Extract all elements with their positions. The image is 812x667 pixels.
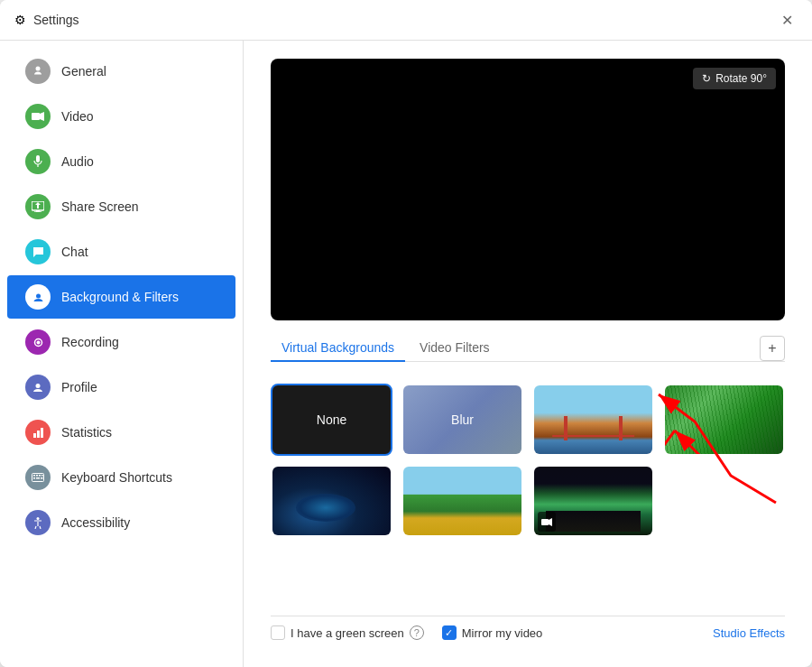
svg-rect-18: [36, 475, 38, 477]
svg-point-24: [37, 517, 40, 520]
video-icon: [25, 104, 51, 129]
recording-icon: [25, 329, 51, 355]
background-beach-inner: [403, 467, 521, 535]
svg-rect-19: [39, 475, 41, 477]
main-content-area: General Video Audio Share Screen: [0, 41, 812, 667]
background-blur-inner: Blur: [403, 385, 521, 454]
svg-rect-1: [32, 113, 40, 120]
sidebar-item-chat[interactable]: Chat: [7, 230, 235, 273]
audio-icon: [25, 149, 51, 174]
background-grass-inner: [665, 385, 783, 454]
footer: I have a green screen ? ✓ Mirror my vide…: [271, 616, 785, 649]
svg-marker-8: [35, 202, 41, 208]
svg-rect-20: [42, 475, 43, 477]
sidebar-item-accessibility[interactable]: Accessibility: [7, 501, 235, 544]
tabs-bar: Virtual Backgrounds Video Filters +: [271, 335, 785, 362]
svg-point-11: [36, 340, 40, 344]
green-screen-label: I have a green screen: [291, 626, 404, 640]
backgrounds-grid: None Blur: [271, 384, 785, 537]
sidebar-item-audio[interactable]: Audio: [7, 140, 235, 183]
sidebar-audio-label: Audio: [61, 154, 94, 169]
mirror-video-option: ✓ Mirror my video: [442, 625, 543, 640]
svg-rect-13: [33, 433, 36, 438]
background-icon: [25, 284, 51, 310]
add-background-button[interactable]: +: [760, 336, 785, 361]
sidebar: General Video Audio Share Screen: [0, 41, 244, 667]
studio-effects-link[interactable]: Studio Effects: [713, 626, 785, 640]
svg-rect-14: [37, 431, 40, 438]
rotate-icon: ↻: [702, 72, 711, 85]
sidebar-item-keyboard[interactable]: Keyboard Shortcuts: [7, 456, 235, 499]
sidebar-item-general[interactable]: General: [7, 50, 235, 93]
background-blur-label: Blur: [451, 412, 474, 427]
svg-point-12: [36, 384, 41, 388]
green-screen-help-icon[interactable]: ?: [410, 625, 424, 640]
title-bar-left: ⚙ Settings: [14, 13, 79, 27]
svg-rect-23: [41, 477, 43, 479]
svg-rect-15: [41, 428, 43, 438]
video-badge: [538, 512, 556, 532]
sidebar-share-label: Share Screen: [61, 199, 139, 214]
background-bridge[interactable]: [532, 384, 654, 456]
sidebar-item-share-screen[interactable]: Share Screen: [7, 185, 235, 228]
sidebar-video-label: Video: [61, 109, 94, 124]
svg-rect-17: [33, 475, 35, 477]
video-preview: ↻ Rotate 90°: [271, 59, 785, 320]
background-blur[interactable]: Blur: [401, 384, 523, 456]
sidebar-item-statistics[interactable]: Statistics: [7, 411, 235, 454]
profile-icon: [25, 375, 51, 400]
background-space-inner: [272, 467, 391, 535]
background-grass[interactable]: [663, 384, 785, 456]
backgrounds-section: None Blur: [271, 376, 785, 537]
green-screen-checkbox[interactable]: [271, 625, 285, 640]
general-icon: [25, 59, 51, 84]
sidebar-item-video[interactable]: Video: [7, 95, 235, 138]
sidebar-item-background[interactable]: Background & Filters: [7, 275, 235, 319]
sidebar-chat-label: Chat: [61, 245, 88, 259]
main-panel: ↻ Rotate 90° Virtual Backgrounds Video F…: [244, 41, 812, 667]
svg-rect-21: [33, 477, 35, 479]
svg-point-0: [36, 67, 41, 71]
title-bar: ⚙ Settings ✕: [0, 0, 812, 41]
sidebar-background-label: Background & Filters: [61, 290, 179, 304]
sidebar-general-label: General: [61, 64, 106, 79]
tabs-left: Virtual Backgrounds Video Filters: [271, 335, 501, 361]
accessibility-icon: [25, 510, 51, 535]
green-screen-option: I have a green screen ?: [271, 625, 424, 640]
share-screen-icon: [25, 194, 51, 219]
svg-rect-22: [36, 477, 40, 479]
background-bridge-inner: [534, 385, 652, 454]
background-aurora[interactable]: [532, 465, 654, 537]
rotate-button[interactable]: ↻ Rotate 90°: [693, 68, 776, 89]
svg-marker-2: [40, 112, 44, 121]
sidebar-accessibility-label: Accessibility: [61, 515, 130, 530]
rotate-label: Rotate 90°: [715, 72, 767, 85]
tab-virtual-backgrounds[interactable]: Virtual Backgrounds: [271, 335, 405, 362]
background-none-label: None: [272, 385, 391, 454]
svg-point-9: [36, 293, 41, 298]
background-none[interactable]: None: [271, 384, 392, 456]
window-title: Settings: [33, 13, 79, 27]
svg-rect-28: [541, 519, 549, 525]
sidebar-recording-label: Recording: [61, 335, 119, 349]
keyboard-icon: [25, 465, 51, 490]
svg-marker-29: [549, 518, 552, 526]
mirror-video-label: Mirror my video: [462, 626, 543, 640]
sidebar-item-profile[interactable]: Profile: [7, 366, 235, 409]
sidebar-keyboard-label: Keyboard Shortcuts: [61, 470, 172, 485]
svg-rect-3: [36, 155, 40, 162]
sidebar-statistics-label: Statistics: [61, 425, 112, 440]
chat-icon: [25, 239, 51, 264]
settings-window: ⚙ Settings ✕ General Video: [0, 0, 812, 667]
background-beach[interactable]: [401, 465, 523, 537]
background-space[interactable]: [271, 465, 392, 537]
mirror-video-checkbox[interactable]: ✓: [442, 625, 457, 640]
sidebar-profile-label: Profile: [61, 380, 97, 394]
sidebar-item-recording[interactable]: Recording: [7, 320, 235, 364]
statistics-icon: [25, 420, 51, 445]
tab-video-filters[interactable]: Video Filters: [409, 335, 501, 362]
close-button[interactable]: ✕: [776, 9, 798, 31]
